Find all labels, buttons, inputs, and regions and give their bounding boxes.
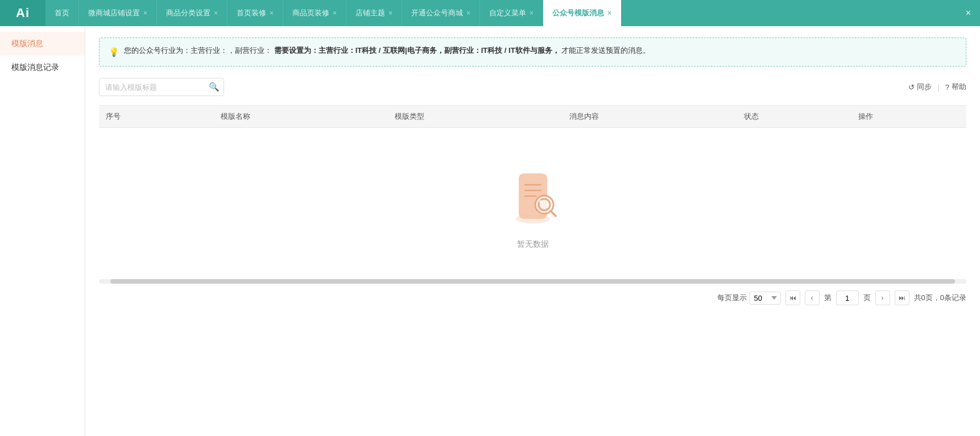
col-header-content: 消息内容 xyxy=(563,106,737,128)
tab-close-template-msg[interactable]: × xyxy=(607,9,611,17)
sync-icon: ↺ xyxy=(908,83,915,92)
total-info: 共0页，0条记录 xyxy=(914,293,966,303)
tab-close-open-mall[interactable]: × xyxy=(466,9,470,17)
search-input[interactable] xyxy=(99,78,224,96)
sidebar-item-template-msg-log[interactable]: 模版消息记录 xyxy=(0,56,85,80)
last-page-button[interactable]: ⏭ xyxy=(895,290,909,305)
prev-page-button[interactable]: ‹ xyxy=(805,290,820,305)
next-page-button[interactable]: › xyxy=(875,290,890,305)
per-page-wrap: 每页显示 102050100 xyxy=(717,292,781,305)
svg-point-7 xyxy=(539,200,543,204)
col-header-status: 状态 xyxy=(737,106,852,128)
pagination: 每页显示 102050100 ⏮ ‹ 第 页 › ⏭ 共0页，0条记录 xyxy=(99,290,966,305)
nav-tab-open-mall[interactable]: 开通公众号商城× xyxy=(402,0,480,26)
col-header-actions: 操作 xyxy=(851,106,966,128)
notice-text: 您的公众号行业为：主营行业：，副营行业： 需要设置为：主营行业：IT科技 / 互… xyxy=(124,45,957,57)
per-page-label: 每页显示 xyxy=(717,293,747,303)
tab-close-product-decor[interactable]: × xyxy=(333,9,337,17)
nav-tab-shop-settings[interactable]: 微商城店铺设置× xyxy=(79,0,157,26)
empty-text: 暂无数据 xyxy=(517,239,549,250)
toolbar-divider: | xyxy=(937,83,939,92)
tab-close-shop-settings[interactable]: × xyxy=(143,9,147,17)
page-label: 第 xyxy=(824,293,832,303)
nav-tab-category-settings[interactable]: 商品分类设置× xyxy=(157,0,228,26)
tab-close-home-decor[interactable]: × xyxy=(270,9,274,17)
toolbar-right: ↺ 同步 | ? 帮助 xyxy=(908,82,966,92)
sidebar: 模版消息模版消息记录 xyxy=(0,26,85,436)
nav-tab-home[interactable]: 首页 xyxy=(46,0,79,26)
col-header-seq: 序号 xyxy=(99,106,214,128)
help-button[interactable]: ? 帮助 xyxy=(945,82,966,92)
scrollbar-thumb[interactable] xyxy=(110,279,955,284)
sync-button[interactable]: ↺ 同步 xyxy=(908,82,932,92)
help-icon: ? xyxy=(945,83,949,92)
empty-icon xyxy=(499,162,567,230)
nav-tab-custom-menu[interactable]: 自定义菜单× xyxy=(480,0,543,26)
tab-close-shop-theme[interactable]: × xyxy=(388,9,392,17)
sidebar-item-template-msg[interactable]: 模版消息 xyxy=(0,32,85,56)
app-logo: Ai xyxy=(0,0,46,26)
search-input-wrap: 🔍 xyxy=(99,78,224,96)
page-input[interactable] xyxy=(836,290,859,305)
svg-line-6 xyxy=(551,211,556,216)
empty-state: 暂无数据 xyxy=(99,128,966,272)
page-suffix: 页 xyxy=(863,293,871,303)
col-header-name: 模版名称 xyxy=(214,106,388,128)
notice-highlight: 需要设置为：主营行业：IT科技 / 互联网|电子商务，副营行业：IT科技 / I… xyxy=(274,46,560,55)
col-header-type: 模版类型 xyxy=(388,106,563,128)
nav-tab-template-msg[interactable]: 公众号模版消息× xyxy=(543,0,621,26)
nav-tab-product-decor[interactable]: 商品页装修× xyxy=(283,0,346,26)
top-nav: Ai 首页微商城店铺设置×商品分类设置×首页装修×商品页装修×店铺主题×开通公众… xyxy=(0,0,980,26)
window-close-button[interactable]: × xyxy=(957,0,980,26)
nav-tab-shop-theme[interactable]: 店铺主题× xyxy=(346,0,402,26)
notice-icon: 💡 xyxy=(109,45,119,59)
first-page-button[interactable]: ⏮ xyxy=(785,290,800,305)
notice-banner: 💡 您的公众号行业为：主营行业：，副营行业： 需要设置为：主营行业：IT科技 /… xyxy=(99,38,966,67)
page-layout: 模版消息模版消息记录 💡 您的公众号行业为：主营行业：，副营行业： 需要设置为：… xyxy=(0,26,980,436)
nav-tabs: 首页微商城店铺设置×商品分类设置×首页装修×商品页装修×店铺主题×开通公众号商城… xyxy=(46,0,957,26)
per-page-select[interactable]: 102050100 xyxy=(749,292,781,305)
scrollbar-area[interactable] xyxy=(99,279,966,284)
tab-close-category-settings[interactable]: × xyxy=(214,9,218,17)
tab-close-custom-menu[interactable]: × xyxy=(530,9,534,17)
search-button[interactable]: 🔍 xyxy=(209,82,220,92)
main-content: 💡 您的公众号行业为：主营行业：，副营行业： 需要设置为：主营行业：IT科技 /… xyxy=(85,26,980,436)
nav-tab-home-decor[interactable]: 首页装修× xyxy=(228,0,283,26)
data-table: 序号模版名称模版类型消息内容状态操作 xyxy=(99,105,966,128)
search-bar: 🔍 ↺ 同步 | ? 帮助 xyxy=(99,78,966,96)
